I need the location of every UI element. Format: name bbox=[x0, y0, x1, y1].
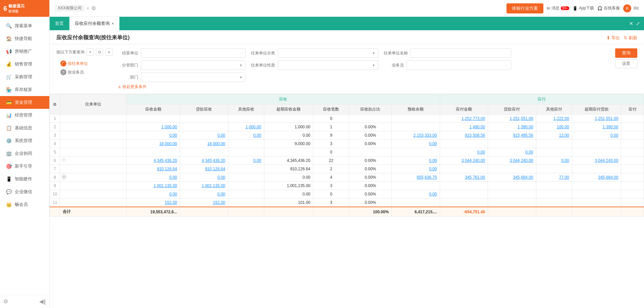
th-settings[interactable]: ⚙ bbox=[50, 94, 60, 115]
row-ar-loan[interactable]: 0.00 bbox=[180, 173, 228, 182]
row-ap-loan-link[interactable]: 345,684.00 bbox=[513, 175, 533, 180]
solution-btn[interactable]: 体验行业方案 bbox=[506, 3, 543, 13]
row-ar-loan[interactable]: 0.00 bbox=[180, 190, 228, 199]
row-ap-amount[interactable]: 0.00 bbox=[440, 148, 488, 157]
settings-scheme-btn[interactable]: ⊙ bbox=[96, 48, 103, 56]
row-ar-prepay[interactable]: 655,636.75 bbox=[392, 173, 440, 182]
row-ar-amount[interactable]: 810,126.64 bbox=[126, 165, 180, 173]
row-ap-loan-link[interactable]: 1,390.00 bbox=[518, 125, 533, 129]
row-ap-other-link[interactable]: 100.00 bbox=[557, 125, 569, 129]
partner-nature-input[interactable]: ▼ bbox=[278, 60, 378, 70]
row-ap-other[interactable]: 13.00 bbox=[536, 131, 572, 140]
scheme-by-partner[interactable]: 广 按往来单位 bbox=[58, 59, 113, 68]
row-ap-loan[interactable]: 345,684.00 bbox=[488, 173, 536, 182]
message-icon-group[interactable]: ✉ 消息 99+ bbox=[547, 5, 569, 11]
row-ar-prepay-link[interactable]: 2,153,333.00 bbox=[414, 133, 437, 138]
row-ar-amount-link[interactable]: 0.00 bbox=[169, 192, 177, 196]
row-ar-prepay-link[interactable]: 0.00 bbox=[429, 158, 437, 163]
row-ar-other[interactable]: 0.00 bbox=[228, 131, 264, 140]
row-ar-amount[interactable]: 1,000.00 bbox=[126, 123, 180, 131]
row-ap-overdue[interactable]: 1,251,551.00 bbox=[572, 115, 621, 123]
row-ar-loan-link[interactable]: 810,126.64 bbox=[205, 167, 225, 171]
collapse-scheme-btn[interactable]: « bbox=[105, 48, 113, 56]
sidebar-item-basic[interactable]: 📋 基础信息 bbox=[0, 122, 49, 134]
refresh-btn[interactable]: ↻ 刷新 bbox=[624, 35, 637, 41]
add-scheme-btn[interactable]: + bbox=[87, 48, 94, 56]
row-ar-amount-link[interactable]: 152.00 bbox=[165, 200, 177, 205]
row-ar-amount[interactable]: 0.00 bbox=[126, 190, 180, 199]
row-ap-overdue[interactable]: 345,684.00 bbox=[572, 173, 621, 182]
row-ap-loan[interactable]: 915,495.56 bbox=[488, 131, 536, 140]
sidebar-item-hardware[interactable]: 📱 智能硬件 bbox=[0, 173, 49, 185]
row-ap-loan-link[interactable]: 1,251,551.00 bbox=[510, 116, 533, 121]
sidebar-item-corp[interactable]: 🏢 企业协同 bbox=[0, 147, 49, 160]
row-ap-other-link[interactable]: 77.00 bbox=[559, 175, 569, 180]
row-ar-loan[interactable]: 0.00 bbox=[180, 131, 228, 140]
row-ap-amount-link[interactable]: 1,490.00 bbox=[469, 125, 485, 129]
row-ap-amount[interactable]: 1,490.00 bbox=[440, 123, 488, 131]
row-ap-other[interactable]: 0.00 bbox=[536, 157, 572, 165]
row-ar-amount-link[interactable]: 810,126.64 bbox=[157, 167, 177, 171]
row-ar-prepay[interactable]: 0.00 bbox=[392, 165, 440, 173]
row-ap-other-link[interactable]: 0.00 bbox=[561, 158, 569, 163]
row-ap-amount-link[interactable]: 3,044,240.00 bbox=[462, 158, 485, 163]
tab-ar-ap[interactable]: 应收应付余额查询 × bbox=[69, 17, 119, 30]
row-ap-amount[interactable]: 1,252,773.00 bbox=[440, 115, 488, 123]
sidebar-item-member[interactable]: 👑 畅会员 bbox=[0, 198, 49, 211]
row-ap-overdue-link[interactable]: 3,044,240.00 bbox=[595, 158, 618, 163]
row-ar-amount[interactable]: 1,001,135.00 bbox=[126, 182, 180, 190]
row-ap-loan[interactable]: 1,251,551.00 bbox=[488, 115, 536, 123]
row-ar-loan-link[interactable]: 0.00 bbox=[217, 175, 225, 180]
row-ap-other-link[interactable]: 13.00 bbox=[559, 133, 569, 138]
settings-btn[interactable]: 设置 bbox=[615, 59, 637, 68]
sidebar-item-warehouse[interactable]: 🏪 库存核算 bbox=[0, 83, 49, 96]
row-ar-loan-link[interactable]: 1,001,135.00 bbox=[202, 183, 225, 188]
tab-close-icon[interactable]: × bbox=[112, 21, 114, 26]
row-ap-overdue-link[interactable]: 0.00 bbox=[610, 133, 618, 138]
row-ap-amount[interactable]: 3,044,240.00 bbox=[440, 157, 488, 165]
sidebar-item-search[interactable]: 🔍 搜索菜单 bbox=[0, 19, 49, 32]
row-ap-amount-link[interactable]: 915,508.56 bbox=[465, 133, 485, 138]
row-ar-loan[interactable]: 152.00 bbox=[180, 199, 228, 207]
sidebar-item-sales[interactable]: 💰 销售管理 bbox=[0, 58, 49, 71]
row-ap-overdue[interactable]: 1,390.00 bbox=[572, 123, 621, 131]
row-ap-loan[interactable]: 3,044,240.00 bbox=[488, 157, 536, 165]
settings-footer-icon[interactable]: ⚙ bbox=[3, 298, 8, 305]
row-ar-amount[interactable]: 18,000.00 bbox=[126, 140, 180, 148]
row-ap-amount[interactable]: 915,508.56 bbox=[440, 131, 488, 140]
sidebar-item-finance[interactable]: 💳 资金管理 bbox=[0, 96, 49, 109]
row-ap-loan[interactable]: 0.00 bbox=[488, 148, 536, 157]
row-ar-other-link[interactable]: 1,000.00 bbox=[246, 125, 261, 129]
sidebar-item-wechat[interactable]: 💬 企业微信 bbox=[0, 185, 49, 198]
row-ar-prepay[interactable]: 0.00 bbox=[392, 190, 440, 199]
row-ap-amount-link[interactable]: 345,761.00 bbox=[465, 175, 485, 180]
row-ap-amount-link[interactable]: 1,252,773.00 bbox=[462, 116, 485, 121]
sidebar-item-purchase[interactable]: 🛒 采购管理 bbox=[0, 71, 49, 83]
row-ar-other-link[interactable]: 0.00 bbox=[253, 133, 261, 138]
export-btn[interactable]: ⬆ 导出 bbox=[606, 35, 620, 41]
expand-icon[interactable]: ⤢ bbox=[636, 21, 640, 26]
row-ap-overdue[interactable]: 0.00 bbox=[572, 131, 621, 140]
row-ar-prepay-link[interactable]: 655,636.75 bbox=[417, 175, 437, 180]
row-ap-amount[interactable]: 345,761.00 bbox=[440, 173, 488, 182]
row-ar-amount-link[interactable]: 0.00 bbox=[169, 133, 177, 138]
salesman-input[interactable]: ··· bbox=[407, 60, 511, 70]
settings-gear-icon[interactable]: ⚙ bbox=[91, 5, 96, 11]
row-ap-loan-link[interactable]: 0.00 bbox=[525, 150, 533, 155]
row-ar-prepay[interactable]: 0.00 bbox=[392, 140, 440, 148]
row-ar-amount-link[interactable]: 18,000.00 bbox=[159, 141, 177, 146]
sidebar-item-quick[interactable]: 🏠 快捷导航 bbox=[0, 32, 49, 45]
row-ap-loan-link[interactable]: 915,495.56 bbox=[513, 133, 533, 138]
row-ar-loan[interactable]: 810,126.64 bbox=[180, 165, 228, 173]
row-ap-overdue-link[interactable]: 1,390.00 bbox=[603, 125, 619, 129]
row-ar-loan[interactable]: 1,001,135.00 bbox=[180, 182, 228, 190]
collapse-filter-btn[interactable]: ∧ 收起更多条件 bbox=[118, 84, 637, 90]
row-ar-amount[interactable]: 4,345,436.20 bbox=[126, 157, 180, 165]
row-ar-other[interactable]: 1,000.00 bbox=[228, 123, 264, 131]
row-ar-prepay[interactable]: 2,153,333.00 bbox=[392, 131, 440, 140]
dept-input[interactable]: ▼ bbox=[141, 60, 246, 70]
scheme-by-salesman[interactable]: ⏱ 按业务员 bbox=[58, 68, 113, 77]
row-ar-loan-link[interactable]: 18,000.00 bbox=[207, 141, 225, 146]
close-tab-icon[interactable]: ✕ bbox=[629, 21, 633, 26]
department-input[interactable]: ▼ bbox=[141, 73, 246, 82]
